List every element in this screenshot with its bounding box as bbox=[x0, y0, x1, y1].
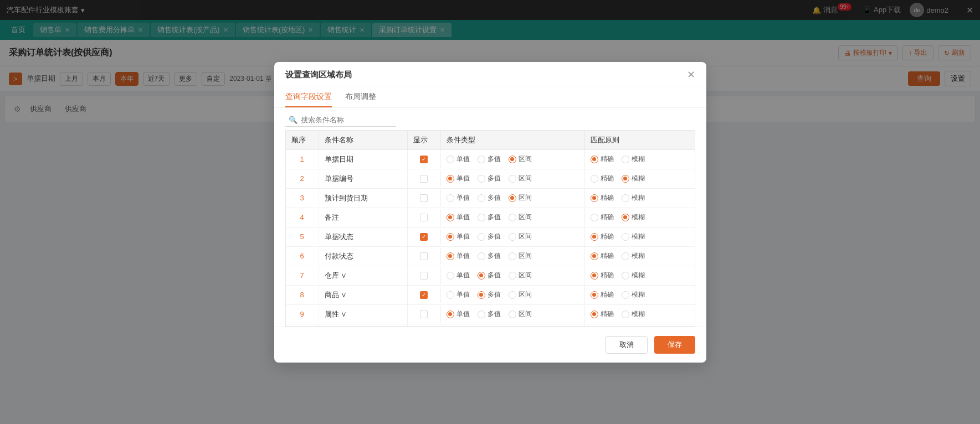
radio-circle-type-多值[interactable] bbox=[478, 311, 485, 318]
display-checkbox-0[interactable] bbox=[420, 156, 428, 163]
tab-query-fields[interactable]: 查询字段设置 bbox=[285, 86, 332, 107]
type-radio-单值[interactable]: 单值 bbox=[447, 251, 470, 261]
radio-circle-match-模糊[interactable] bbox=[622, 156, 629, 163]
radio-circle-type-多值[interactable] bbox=[478, 175, 485, 183]
radio-circle-type-区间[interactable] bbox=[509, 194, 516, 202]
radio-circle-type-区间[interactable] bbox=[509, 272, 516, 280]
type-radio-单值[interactable]: 单值 bbox=[447, 213, 470, 222]
display-checkbox-1[interactable] bbox=[420, 175, 428, 183]
match-radio-精确[interactable]: 精确 bbox=[591, 271, 614, 280]
radio-circle-match-模糊[interactable] bbox=[622, 291, 629, 299]
radio-circle-type-多值[interactable] bbox=[478, 291, 485, 299]
match-radio-精确[interactable]: 精确 bbox=[591, 193, 614, 203]
radio-circle-type-多值[interactable] bbox=[478, 233, 485, 241]
match-radio-模糊[interactable]: 模糊 bbox=[622, 290, 645, 299]
radio-circle-type-单值[interactable] bbox=[447, 291, 454, 299]
type-radio-区间[interactable]: 区间 bbox=[509, 213, 532, 222]
match-radio-模糊[interactable]: 模糊 bbox=[622, 193, 645, 203]
radio-circle-match-精确[interactable] bbox=[591, 291, 598, 299]
cell-display-0[interactable] bbox=[408, 151, 441, 168]
radio-circle-type-单值[interactable] bbox=[447, 156, 454, 163]
radio-circle-type-单值[interactable] bbox=[447, 175, 454, 183]
match-radio-精确[interactable]: 精确 bbox=[591, 213, 614, 222]
type-radio-区间[interactable]: 区间 bbox=[509, 251, 532, 261]
type-radio-多值[interactable]: 多值 bbox=[478, 309, 501, 319]
display-checkbox-4[interactable] bbox=[420, 233, 428, 241]
radio-circle-type-区间[interactable] bbox=[509, 175, 516, 183]
radio-circle-type-单值[interactable] bbox=[447, 233, 454, 241]
match-radio-模糊[interactable]: 模糊 bbox=[622, 154, 645, 164]
match-radio-模糊[interactable]: 模糊 bbox=[622, 309, 645, 319]
match-radio-模糊[interactable]: 模糊 bbox=[622, 271, 645, 280]
display-checkbox-2[interactable] bbox=[420, 194, 428, 202]
type-radio-区间[interactable]: 区间 bbox=[509, 271, 532, 280]
type-radio-单值[interactable]: 单值 bbox=[447, 154, 470, 164]
type-radio-区间[interactable]: 区间 bbox=[509, 232, 532, 241]
type-radio-单值[interactable]: 单值 bbox=[447, 290, 470, 299]
type-radio-单值[interactable]: 单值 bbox=[447, 174, 470, 183]
radio-circle-type-多值[interactable] bbox=[478, 252, 485, 260]
dialog-close-btn[interactable]: ✕ bbox=[687, 70, 695, 80]
cell-display-2[interactable] bbox=[408, 190, 441, 206]
cell-display-1[interactable] bbox=[408, 170, 441, 187]
type-radio-单值[interactable]: 单值 bbox=[447, 271, 470, 280]
radio-circle-type-多值[interactable] bbox=[478, 156, 485, 163]
radio-circle-type-单值[interactable] bbox=[447, 311, 454, 318]
radio-circle-type-多值[interactable] bbox=[478, 214, 485, 221]
type-radio-多值[interactable]: 多值 bbox=[478, 213, 501, 222]
radio-circle-match-精确[interactable] bbox=[591, 233, 598, 241]
type-radio-多值[interactable]: 多值 bbox=[478, 193, 501, 203]
radio-circle-match-模糊[interactable] bbox=[622, 175, 629, 183]
type-radio-区间[interactable]: 区间 bbox=[509, 309, 532, 319]
type-radio-多值[interactable]: 多值 bbox=[478, 154, 501, 164]
display-checkbox-6[interactable] bbox=[420, 272, 428, 280]
radio-circle-type-区间[interactable] bbox=[509, 214, 516, 221]
type-radio-多值[interactable]: 多值 bbox=[478, 271, 501, 280]
radio-circle-match-模糊[interactable] bbox=[622, 311, 629, 318]
radio-circle-type-区间[interactable] bbox=[509, 233, 516, 241]
match-radio-精确[interactable]: 精确 bbox=[591, 309, 614, 319]
radio-circle-match-模糊[interactable] bbox=[622, 233, 629, 241]
cell-display-5[interactable] bbox=[408, 248, 441, 265]
radio-circle-type-区间[interactable] bbox=[509, 156, 516, 163]
radio-circle-match-精确[interactable] bbox=[591, 175, 598, 183]
radio-circle-type-多值[interactable] bbox=[478, 272, 485, 280]
radio-circle-match-模糊[interactable] bbox=[622, 214, 629, 221]
cancel-btn[interactable]: 取消 bbox=[606, 336, 648, 354]
cell-display-4[interactable] bbox=[408, 229, 441, 245]
match-radio-精确[interactable]: 精确 bbox=[591, 154, 614, 164]
type-radio-单值[interactable]: 单值 bbox=[447, 232, 470, 241]
type-radio-多值[interactable]: 多值 bbox=[478, 174, 501, 183]
type-radio-单值[interactable]: 单值 bbox=[447, 309, 470, 319]
match-radio-模糊[interactable]: 模糊 bbox=[622, 232, 645, 241]
radio-circle-match-精确[interactable] bbox=[591, 311, 598, 318]
type-radio-多值[interactable]: 多值 bbox=[478, 232, 501, 241]
match-radio-精确[interactable]: 精确 bbox=[591, 174, 614, 183]
match-radio-模糊[interactable]: 模糊 bbox=[622, 213, 645, 222]
radio-circle-match-精确[interactable] bbox=[591, 214, 598, 221]
cell-display-8[interactable] bbox=[408, 306, 441, 323]
radio-circle-match-精确[interactable] bbox=[591, 272, 598, 280]
radio-circle-type-单值[interactable] bbox=[447, 214, 454, 221]
radio-circle-match-模糊[interactable] bbox=[622, 252, 629, 260]
radio-circle-match-精确[interactable] bbox=[591, 156, 598, 163]
radio-circle-type-单值[interactable] bbox=[447, 272, 454, 280]
display-checkbox-7[interactable] bbox=[420, 291, 428, 299]
cell-display-3[interactable] bbox=[408, 209, 441, 226]
search-input[interactable] bbox=[301, 116, 389, 124]
radio-circle-type-多值[interactable] bbox=[478, 194, 485, 202]
save-btn[interactable]: 保存 bbox=[654, 336, 695, 354]
match-radio-精确[interactable]: 精确 bbox=[591, 290, 614, 299]
match-radio-模糊[interactable]: 模糊 bbox=[622, 174, 645, 183]
type-radio-区间[interactable]: 区间 bbox=[509, 193, 532, 203]
match-radio-精确[interactable]: 精确 bbox=[591, 251, 614, 261]
radio-circle-type-区间[interactable] bbox=[509, 311, 516, 318]
radio-circle-type-单值[interactable] bbox=[447, 194, 454, 202]
radio-circle-match-精确[interactable] bbox=[591, 194, 598, 202]
radio-circle-match-精确[interactable] bbox=[591, 252, 598, 260]
radio-circle-match-模糊[interactable] bbox=[622, 272, 629, 280]
tab-layout-adjust[interactable]: 布局调整 bbox=[345, 86, 376, 107]
radio-circle-type-区间[interactable] bbox=[509, 291, 516, 299]
display-checkbox-5[interactable] bbox=[420, 252, 428, 260]
type-radio-区间[interactable]: 区间 bbox=[509, 154, 532, 164]
